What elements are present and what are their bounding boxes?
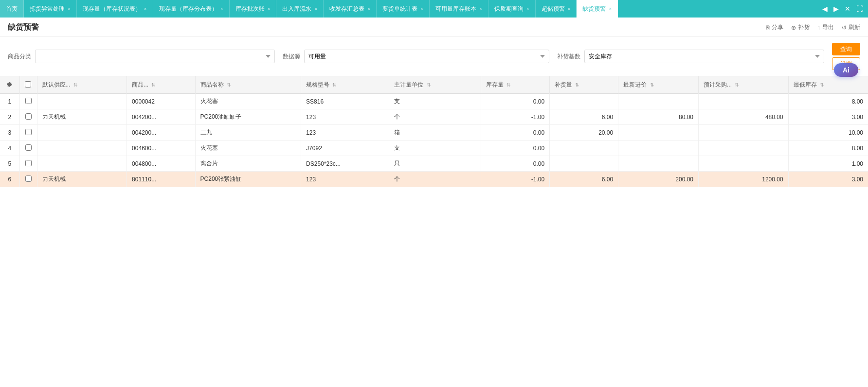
select-all-checkbox[interactable] [25, 81, 31, 88]
row-product-code: 004600... [127, 141, 195, 156]
row-checkbox-cell[interactable] [19, 94, 37, 109]
col-default-supplier[interactable]: 默认供应... ⇅ [37, 76, 127, 94]
row-checkbox-cell[interactable] [19, 109, 37, 125]
close-icon[interactable]: × [68, 6, 71, 12]
tab-collect-summary[interactable]: 收发存汇总表 × [324, 0, 377, 18]
row-product-name: 三九 [195, 125, 301, 141]
close-icon[interactable]: × [420, 6, 423, 12]
tab-home[interactable]: 首页 [0, 0, 24, 18]
row-min-stock: 1.00 [788, 156, 868, 172]
col-latest-price[interactable]: 最新进价 ⇅ [618, 76, 699, 94]
sort-icon: ⇅ [735, 82, 739, 88]
close-icon[interactable]: × [220, 6, 223, 12]
row-checkbox[interactable] [25, 144, 32, 151]
row-latest-price [618, 94, 699, 109]
row-checkbox-cell[interactable] [19, 141, 37, 156]
col-min-stock[interactable]: 最低库存 ⇅ [788, 76, 868, 94]
col-product-name[interactable]: 商品名称 ⇅ [195, 76, 301, 94]
tab-shortage[interactable]: 缺货预警 × [577, 0, 618, 18]
row-supplier [37, 94, 127, 109]
tab-next-button[interactable]: ▶ [831, 0, 842, 18]
row-latest-price: 80.00 [618, 109, 699, 125]
tab-abnormal[interactable]: 拣货异常处理 × [24, 0, 77, 18]
row-checkbox-cell[interactable] [19, 156, 37, 172]
replenish-icon: ⊕ [791, 24, 796, 31]
row-replenish-qty [550, 141, 618, 156]
col-stock-qty[interactable]: 库存量 ⇅ [481, 76, 550, 94]
close-icon[interactable]: × [609, 6, 612, 12]
row-min-stock: 3.00 [788, 109, 868, 125]
close-icon[interactable]: × [479, 6, 482, 12]
col-product-code[interactable]: 商品... ⇅ [127, 76, 195, 94]
sort-icon: ⇅ [650, 82, 654, 88]
tab-batch-account[interactable]: 库存批次账 × [230, 0, 277, 18]
tab-expiry-query[interactable]: 保质期查询 × [488, 0, 536, 18]
row-checkbox-cell[interactable] [19, 172, 37, 187]
col-estimated-purchase[interactable]: 预计采购... ⇅ [698, 76, 788, 94]
tab-inventory-status[interactable]: 现存量（库存状况表） × [77, 0, 153, 18]
row-gear-cell: 2 [0, 109, 19, 125]
gear-icon[interactable] [5, 80, 13, 88]
table-row: 4 004600... 火花塞 J7092 支 0.00 8.00 [0, 141, 868, 156]
row-unit: 支 [389, 141, 481, 156]
datasource-select[interactable]: 可用量 [304, 50, 550, 63]
tab-overstock[interactable]: 超储预警 × [536, 0, 577, 18]
category-select[interactable] [35, 50, 275, 63]
replenish-basis-filter-group: 补货基数 安全库存 [557, 50, 824, 63]
row-unit: 个 [389, 109, 481, 125]
row-stock-qty: -1.00 [481, 172, 550, 187]
row-checkbox[interactable] [25, 160, 32, 166]
tab-inout-flow[interactable]: 出入库流水 × [276, 0, 324, 18]
close-icon[interactable]: × [526, 6, 529, 12]
query-button[interactable]: 查询 [832, 43, 860, 55]
col-replenish-qty[interactable]: 补货量 ⇅ [550, 76, 618, 94]
row-checkbox[interactable] [25, 98, 32, 104]
tab-fullscreen-button[interactable]: ⛶ [853, 0, 866, 18]
close-icon[interactable]: × [144, 6, 147, 12]
row-stock-qty: 0.00 [481, 141, 550, 156]
sort-icon: ⇅ [820, 82, 824, 88]
row-gear-cell: 3 [0, 125, 19, 141]
refresh-button[interactable]: ↺ 刷新 [842, 23, 860, 32]
row-stock-qty: 0.00 [481, 156, 550, 172]
row-latest-price [618, 125, 699, 141]
close-icon[interactable]: × [314, 6, 317, 12]
row-stock-qty: 0.00 [481, 94, 550, 109]
row-unit: 箱 [389, 125, 481, 141]
close-icon[interactable]: × [568, 6, 571, 12]
row-product-name: 火花塞 [195, 94, 301, 109]
sort-icon: ⇅ [227, 82, 231, 88]
table-row: 3 004200... 三九 123 箱 0.00 20.00 10.00 [0, 125, 868, 141]
row-supplier: 力天机械 [37, 109, 127, 125]
share-button[interactable]: ⎘ 分享 [766, 23, 783, 32]
col-unit[interactable]: 主计量单位 ⇅ [389, 76, 481, 94]
replenish-button[interactable]: ⊕ 补货 [791, 23, 810, 32]
tab-close-button[interactable]: ✕ [842, 0, 853, 18]
row-replenish-qty [550, 156, 618, 172]
row-unit: 支 [389, 94, 481, 109]
export-button[interactable]: ↑ 导出 [817, 23, 834, 32]
tab-prev-button[interactable]: ◀ [819, 0, 831, 18]
row-checkbox[interactable] [25, 129, 32, 135]
category-filter-group: 商品分类 [8, 50, 275, 63]
row-checkbox[interactable] [25, 176, 32, 182]
row-supplier [37, 156, 127, 172]
col-spec[interactable]: 规格型号 ⇅ [301, 76, 389, 94]
sort-icon: ⇅ [427, 82, 431, 88]
row-latest-price: 200.00 [618, 172, 699, 187]
tab-inventory-dist[interactable]: 现存量（库存分布表） × [153, 0, 230, 18]
replenish-basis-select[interactable]: 安全库存 [584, 50, 824, 63]
row-product-code: 801110... [127, 172, 195, 187]
row-spec: 123 [301, 125, 389, 141]
tab-available-ledger[interactable]: 可用量库存账本 × [430, 0, 488, 18]
close-icon[interactable]: × [367, 6, 370, 12]
page-title: 缺货预警 [8, 22, 39, 33]
ai-button[interactable]: Ai [834, 63, 858, 77]
row-checkbox-cell[interactable] [19, 125, 37, 141]
row-spec: SS816 [301, 94, 389, 109]
sort-icon: ⇅ [73, 82, 77, 88]
row-checkbox[interactable] [25, 113, 32, 120]
col-checkbox [19, 76, 37, 94]
tab-demand-stat[interactable]: 要货单统计表 × [377, 0, 430, 18]
close-icon[interactable]: × [268, 6, 271, 12]
